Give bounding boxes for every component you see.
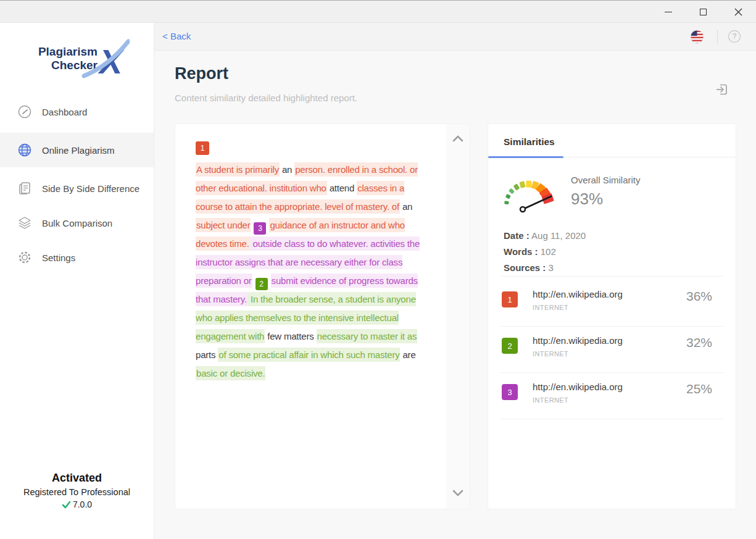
activation-registered: Registered To Professional xyxy=(0,487,154,497)
source-number-badge: 1 xyxy=(502,291,518,307)
source-row-2[interactable]: 2 http://en.wikipedia.org INTERNET 32% xyxy=(488,327,736,373)
chevron-up-icon xyxy=(452,134,464,143)
highlight-segment: subject under xyxy=(196,218,251,232)
language-flag-icon[interactable] xyxy=(690,30,704,46)
source-type: INTERNET xyxy=(533,304,568,311)
highlight-segment: necessary to master it as xyxy=(317,329,418,343)
similarities-panel: Similarities xyxy=(488,123,736,509)
scroll-up-button[interactable] xyxy=(452,134,464,145)
page-subtitle: Content similarity detailed highlighted … xyxy=(175,93,357,103)
tab-row: Similarities xyxy=(488,124,736,157)
activation-status: Activated xyxy=(0,472,154,485)
minimize-button[interactable] xyxy=(650,1,686,23)
text-segment: attend xyxy=(327,183,357,193)
text-segment: an xyxy=(280,164,294,175)
text-segment: are xyxy=(400,349,415,360)
activation-block: Activated Registered To Professional 7.0… xyxy=(0,472,154,509)
activation-version: 7.0.0 xyxy=(0,499,154,509)
sidebar-item-label: Bulk Comparison xyxy=(42,218,112,228)
sidebar-item-label: Side By Side Difference xyxy=(42,183,139,194)
report-document: 1 A student is primarily an person. enro… xyxy=(196,141,431,383)
chevron-down-icon xyxy=(452,489,464,498)
version-number: 7.0.0 xyxy=(73,499,92,509)
meta-sources-value: 3 xyxy=(549,262,554,273)
topbar-divider xyxy=(717,30,718,44)
source-percent: 32% xyxy=(686,335,712,350)
overall-similarity-label: Overall Similarity xyxy=(571,175,641,185)
text-segment: parts xyxy=(196,349,218,360)
sidebar-item-label: Dashboard xyxy=(42,107,87,117)
sidebar-item-online-plagiarism[interactable]: Online Plagiarism xyxy=(0,133,154,167)
meta-words-label: Words : xyxy=(504,246,538,257)
maximize-button[interactable] xyxy=(686,1,721,23)
sidebar-item-dashboard[interactable]: Dashboard xyxy=(0,98,154,125)
source-list: 1 http://en.wikipedia.org INTERNET 36% 2… xyxy=(488,280,736,419)
tab-active-indicator xyxy=(488,156,563,158)
meta-sources-label: Sources : xyxy=(504,262,546,273)
report-text: A student is primarily an person. enroll… xyxy=(196,161,431,383)
window-titlebar xyxy=(0,0,756,23)
scroll-rail xyxy=(446,124,470,509)
overall-similarity-value: 93% xyxy=(571,190,641,209)
app-logo: Plagiarism Checker X xyxy=(25,39,130,78)
source-badge-2: 2 xyxy=(255,278,268,290)
highlight-segment: basic or decisive. xyxy=(196,366,265,380)
check-icon xyxy=(62,500,71,509)
minimize-icon xyxy=(665,12,672,12)
export-button[interactable] xyxy=(715,83,729,99)
source-percent: 36% xyxy=(686,289,712,304)
meta-words: Words : 102 xyxy=(504,244,586,260)
sidebar-item-label: Settings xyxy=(42,253,75,263)
source-row-1[interactable]: 1 http://en.wikipedia.org INTERNET 36% xyxy=(488,280,736,327)
top-bar: < Back ? xyxy=(154,23,756,51)
source-row-3[interactable]: 3 http://en.wikipedia.org INTERNET 25% xyxy=(488,373,736,419)
back-link[interactable]: < Back xyxy=(162,31,191,41)
page-title: Report xyxy=(175,64,228,83)
source-url: http://en.wikipedia.org xyxy=(533,289,623,299)
close-button[interactable] xyxy=(721,1,756,23)
window-controls xyxy=(650,1,756,23)
document-compare-icon xyxy=(17,181,32,196)
tab-similarities[interactable]: Similarities xyxy=(504,136,555,148)
source-badge-1: 1 xyxy=(196,141,209,155)
layers-icon xyxy=(17,215,32,230)
source-url: http://en.wikipedia.org xyxy=(533,382,623,392)
source-type: INTERNET xyxy=(533,350,568,357)
meta-words-value: 102 xyxy=(541,246,556,257)
text-segment: few matters xyxy=(265,331,316,341)
close-icon xyxy=(734,8,742,16)
sidebar-item-bulk-comparison[interactable]: Bulk Comparison xyxy=(0,209,154,236)
help-button[interactable]: ? xyxy=(728,30,741,46)
overall-similarity-row: Overall Similarity 93% xyxy=(499,165,641,215)
svg-text:?: ? xyxy=(733,32,737,41)
export-icon xyxy=(715,83,729,96)
sidebar-item-side-by-side[interactable]: Side By Side Difference xyxy=(0,175,154,202)
scroll-down-button[interactable] xyxy=(452,489,464,500)
meta-sources: Sources : 3 xyxy=(504,260,586,276)
source-number-badge: 3 xyxy=(502,384,518,400)
source-url: http://en.wikipedia.org xyxy=(533,335,623,346)
help-icon: ? xyxy=(728,30,741,43)
meta-date-value: Aug 11, 2020 xyxy=(531,230,586,241)
source-percent: 25% xyxy=(686,382,712,396)
sidebar: Plagiarism Checker X Dashboard Online Pl… xyxy=(0,23,154,539)
text-segment: an xyxy=(400,201,412,212)
source-number-badge: 2 xyxy=(502,338,518,354)
highlight-segment: of some practical affair in which such m… xyxy=(218,348,400,362)
globe-icon xyxy=(17,143,32,157)
svg-text:Checker: Checker xyxy=(51,59,98,72)
gear-icon xyxy=(17,250,32,265)
dashboard-icon xyxy=(17,104,32,119)
similarity-gauge-icon xyxy=(499,165,561,215)
source-badge-3: 3 xyxy=(254,222,266,235)
highlight-segment: A student is primarily xyxy=(196,162,280,177)
sidebar-item-settings[interactable]: Settings xyxy=(0,244,154,271)
report-meta: Date : Aug 11, 2020 Words : 102 Sources … xyxy=(504,228,586,276)
meta-date: Date : Aug 11, 2020 xyxy=(504,228,586,244)
main-content: Report Content similarity detailed highl… xyxy=(154,51,756,539)
sidebar-nav: Dashboard Online Plagiarism Side By Side… xyxy=(0,98,154,271)
report-text-panel: 1 A student is primarily an person. enro… xyxy=(175,123,470,509)
source-type: INTERNET xyxy=(533,396,568,404)
meta-date-label: Date : xyxy=(504,230,530,241)
maximize-icon xyxy=(700,9,707,15)
